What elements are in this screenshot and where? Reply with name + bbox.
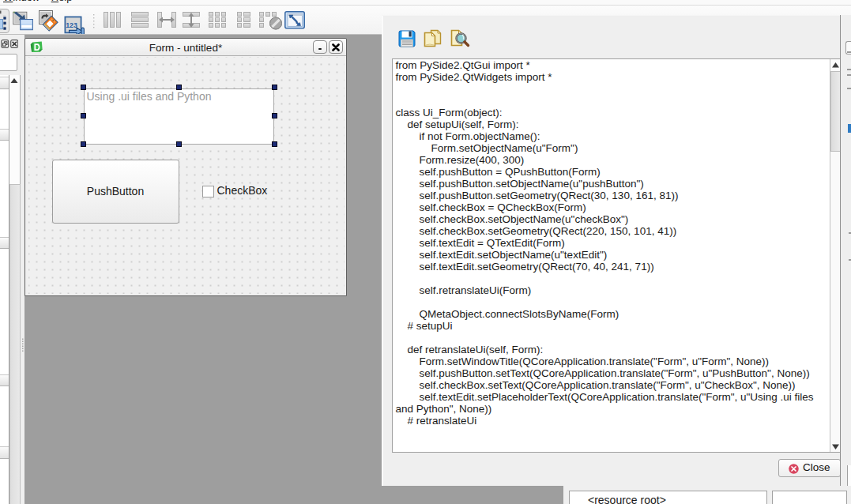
svg-text:123: 123 <box>66 21 77 29</box>
